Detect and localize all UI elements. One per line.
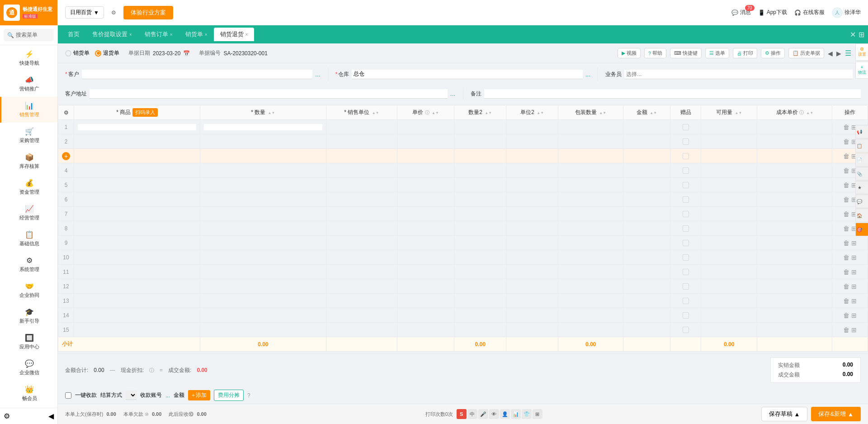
copy-row-11-icon[interactable]: ⊞ (851, 268, 857, 276)
delete-row-5-icon[interactable]: 🗑 (843, 181, 849, 189)
sidebar-item-finance[interactable]: 💰 资金管理 (0, 174, 57, 200)
price-sort-icon[interactable]: ▲▼ (432, 111, 439, 115)
calc-method-select[interactable] (126, 391, 137, 400)
delete-row-9-icon[interactable]: 🗑 (843, 239, 849, 247)
gift-cell-3[interactable] (670, 149, 701, 163)
gift-checkbox-6[interactable] (683, 196, 689, 203)
select-order-button[interactable]: ☰ 选单 (705, 48, 729, 58)
sidebar-item-marketing[interactable]: 📣 营销推广 (0, 71, 57, 97)
sidebar-item-purchase[interactable]: 🛒 采购管理 (0, 123, 57, 148)
copy-row-13-icon[interactable]: ⊞ (851, 297, 857, 305)
product-input-1[interactable] (78, 124, 196, 130)
customer-select-button[interactable]: ... (315, 71, 321, 78)
delete-row-15-icon[interactable]: 🗑 (843, 326, 849, 333)
amount-cell-2[interactable] (623, 134, 670, 149)
delete-row-1-icon[interactable]: 🗑 (843, 124, 849, 131)
gift-checkbox-12[interactable] (683, 283, 689, 290)
next-record-button[interactable]: ▶ (836, 50, 841, 57)
address-select-button[interactable]: ... (450, 90, 456, 97)
available-cell-2[interactable] (701, 134, 757, 149)
search-menu-button[interactable]: 🔍 搜索菜单 (4, 29, 54, 41)
gift-checkbox-14[interactable] (683, 312, 689, 319)
costprice-cell-3[interactable] (757, 149, 832, 163)
gift-checkbox-2[interactable] (683, 138, 689, 145)
address-input[interactable] (90, 89, 448, 99)
packqty-cell-2[interactable] (558, 134, 623, 149)
app-download-button[interactable]: 📱 App下载 (758, 9, 787, 16)
save-new-button[interactable]: 保存&新增 ▲ (811, 407, 861, 421)
sidebar-item-guide[interactable]: 🎓 新手引导 (0, 303, 57, 329)
gift-checkbox-1[interactable] (683, 124, 689, 130)
rs-doc-button[interactable]: 📄 (855, 153, 868, 167)
sidebar-item-shortcut[interactable]: ⚡ 快捷导航 (0, 45, 57, 71)
delete-row-12-icon[interactable]: 🗑 (843, 283, 849, 290)
sidebar-item-wechat[interactable]: 💬 企业微信 (0, 355, 57, 381)
rs-active-button[interactable]: 🎯 (855, 223, 868, 236)
warehouse-select-button[interactable]: ... (585, 71, 591, 78)
scan-input-button[interactable]: 扫码录入 (132, 108, 158, 117)
gift-checkbox-3[interactable] (683, 153, 689, 159)
tab-close-sales-delivery[interactable]: × (205, 32, 208, 37)
history-button[interactable]: 📋 历史单据 (788, 48, 824, 58)
unit-sort-icon[interactable]: ▲▼ (372, 111, 379, 115)
onepay-checkbox[interactable] (65, 392, 71, 399)
remark-input[interactable] (484, 89, 861, 99)
copy-row-14-icon[interactable]: ⊞ (851, 312, 857, 319)
radio-sale[interactable]: 销货单 (65, 49, 90, 57)
gift-checkbox-7[interactable] (683, 211, 689, 217)
qty2-cell-2[interactable] (454, 134, 506, 149)
delete-row-6-icon[interactable]: 🗑 (843, 196, 849, 203)
help-button[interactable]: ? 帮助 (644, 48, 666, 58)
message-button[interactable]: 💬 消息 70 (731, 9, 751, 16)
prev-record-button[interactable]: ◀ (828, 50, 833, 57)
customer-input[interactable] (82, 70, 312, 79)
gift-checkbox-13[interactable] (683, 298, 689, 304)
tab-sales-return[interactable]: 销货退货 × (214, 28, 255, 41)
rs-feedback-button[interactable]: 💬 (855, 195, 868, 208)
table-settings-header[interactable]: ⚙ (58, 105, 74, 120)
tab-home[interactable]: 首页 (61, 28, 86, 41)
costprice-cell-1[interactable] (757, 120, 832, 134)
add-row-button[interactable]: + (62, 152, 70, 160)
costprice-cell-2[interactable] (757, 134, 832, 149)
sidebar-bottom-settings-icon[interactable]: ⚙ (4, 412, 10, 420)
unit-cell-1[interactable] (326, 120, 397, 134)
warehouse-input[interactable] (352, 70, 582, 79)
gift-checkbox-9[interactable] (683, 240, 689, 246)
gift-checkbox-15[interactable] (683, 327, 689, 333)
packqty-sort-icon[interactable]: ▲▼ (599, 111, 606, 115)
float-settings-button[interactable]: ⚙设置 (855, 43, 868, 61)
shortcut-button[interactable]: ⌨ 快捷键 (670, 48, 702, 58)
delete-row-13-icon[interactable]: 🗑 (843, 297, 849, 305)
add-row-cell[interactable]: + (58, 149, 74, 163)
sidebar-collapse-icon[interactable]: ◀ (48, 412, 54, 420)
product-cell-2[interactable] (74, 134, 200, 149)
rs-todo-button[interactable]: 📋 (855, 139, 868, 152)
product-input-3[interactable] (78, 153, 196, 159)
list-view-button[interactable]: ☰ (845, 49, 851, 57)
header-settings-button[interactable]: ⚙ (108, 8, 120, 18)
gift-checkbox-5[interactable] (683, 182, 689, 188)
packqty-cell-3[interactable] (558, 149, 623, 163)
qty2-sort-icon[interactable]: ▲▼ (485, 111, 492, 115)
tool-shirt-icon[interactable]: 👕 (522, 409, 532, 419)
video-button[interactable]: ▶ 视频 (618, 48, 641, 58)
radio-return[interactable]: 退货单 (95, 49, 119, 57)
qty-cell-3[interactable] (200, 149, 326, 163)
tab-sales-order[interactable]: 销售订单 × (138, 28, 179, 41)
user-menu[interactable]: 人 徐泽华 (832, 7, 861, 18)
unit2-sort-icon[interactable]: ▲▼ (537, 111, 544, 115)
available-cell-1[interactable] (701, 120, 757, 134)
tab-close-price-setting[interactable]: × (129, 32, 132, 37)
rs-room-button[interactable]: 🏠 (855, 209, 868, 222)
costprice-sort-icon[interactable]: ▲▼ (806, 111, 813, 115)
sidebar-item-operation[interactable]: 📈 经营管理 (0, 200, 57, 226)
tool-person-icon[interactable]: 👤 (500, 409, 510, 419)
delete-row-11-icon[interactable]: 🗑 (843, 268, 849, 276)
account-dots[interactable]: ... (165, 392, 170, 399)
sidebar-item-sales[interactable]: 📊 销售管理 (0, 97, 57, 123)
tool-extra-icon[interactable]: ⊞ (533, 409, 542, 419)
delete-row-3-icon[interactable]: 🗑 (843, 152, 849, 160)
add-payment-button[interactable]: + 添加 (188, 390, 210, 400)
tab-close-sales-order[interactable]: × (170, 32, 173, 37)
